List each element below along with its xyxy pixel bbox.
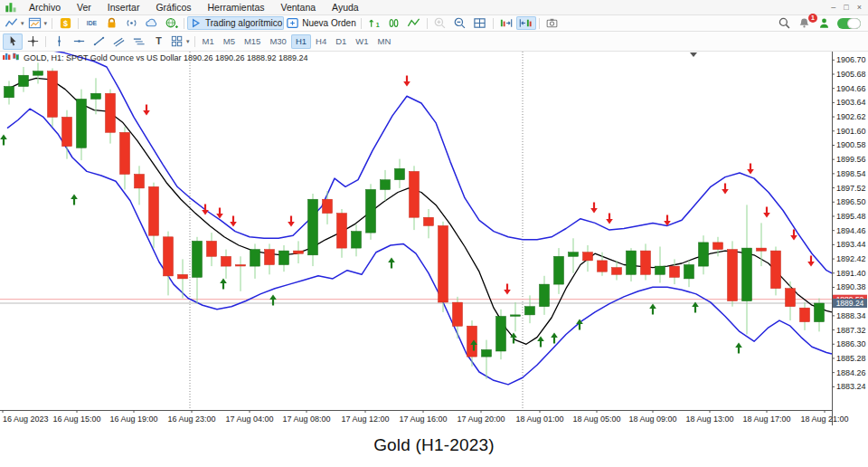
- candle-body: [656, 266, 665, 274]
- auto-scroll-button[interactable]: [516, 16, 536, 30]
- chart-type-button[interactable]: ▾: [3, 16, 26, 30]
- tile-windows-button[interactable]: [470, 16, 490, 30]
- menu-ayuda[interactable]: Ayuda: [324, 1, 367, 14]
- timeframe-h1[interactable]: H1: [291, 34, 311, 49]
- zoom-in-button[interactable]: [430, 16, 450, 30]
- candle-body: [366, 189, 376, 233]
- window-chart-icon: [28, 16, 42, 30]
- price-tick-label: 1883.24: [836, 382, 866, 391]
- chevron-down-icon[interactable]: ▾: [21, 20, 24, 27]
- candle-body: [713, 243, 723, 250]
- timeframe-h4[interactable]: H4: [311, 34, 331, 49]
- menu-insertar[interactable]: Insertar: [99, 1, 148, 14]
- price-tick-label: 1901.60: [836, 127, 866, 136]
- grid-icon: [473, 16, 486, 30]
- channel-tool[interactable]: [108, 33, 128, 50]
- timeframe-d1[interactable]: D1: [331, 34, 351, 49]
- algo-trading-button[interactable]: Trading algorítmico: [187, 16, 284, 30]
- chevron-down-icon[interactable]: ▾: [186, 38, 190, 45]
- timeframe-mn[interactable]: MN: [373, 34, 396, 49]
- candle-body: [222, 256, 231, 266]
- candle-body: [815, 303, 825, 322]
- price-tick-label: 1899.56: [836, 155, 866, 164]
- text-tool[interactable]: T: [148, 33, 168, 50]
- candle-body: [33, 71, 43, 76]
- candle-body: [5, 87, 14, 98]
- ide-button[interactable]: IDE: [81, 16, 101, 30]
- step-bar-button[interactable]: 1: [364, 16, 384, 30]
- toolbar-separator: [45, 36, 46, 47]
- menu-gráficos[interactable]: Gráficos: [147, 1, 199, 14]
- shapes-tool[interactable]: ▾: [168, 33, 192, 50]
- price-tick-label: 1898.54: [836, 169, 866, 178]
- crosshair-tool[interactable]: [23, 33, 42, 50]
- candle-body: [641, 251, 651, 274]
- trendline-tool[interactable]: [89, 33, 108, 50]
- minimize-button[interactable]: –: [831, 3, 835, 12]
- zoom-out-button[interactable]: [450, 16, 470, 30]
- candle-body: [19, 75, 29, 86]
- notifications-button[interactable]: 1: [794, 16, 814, 30]
- tick-pause-button[interactable]: [384, 16, 404, 30]
- horizontal-line-tool[interactable]: [69, 33, 89, 50]
- timeframe-m1[interactable]: M1: [198, 34, 219, 49]
- trendline-icon: [92, 34, 106, 48]
- symbol-button[interactable]: $: [55, 16, 75, 30]
- vertical-line-tool[interactable]: [49, 33, 69, 50]
- timeframe-m15[interactable]: M15: [240, 34, 265, 49]
- time-tick-label: 18 Aug 13:00: [685, 415, 733, 424]
- candles-chart-icon[interactable]: [14, 53, 16, 59]
- candle-body: [496, 317, 506, 352]
- candle-body: [583, 253, 593, 261]
- price-tick-label: 1902.62: [836, 112, 866, 121]
- tools-toolbar: T▾M1M5M15M30H1H4D1W1MN: [0, 32, 868, 52]
- candle-body: [786, 289, 796, 307]
- bars-chart-icon[interactable]: [3, 55, 5, 60]
- candle-body: [511, 315, 521, 317]
- close-button[interactable]: ×: [857, 3, 862, 12]
- time-tick-label: 16 Aug 2023: [3, 415, 49, 424]
- candle-body: [193, 241, 203, 277]
- menu-herramientas[interactable]: Herramientas: [199, 1, 272, 14]
- candle-body: [453, 302, 463, 326]
- signal-button[interactable]: [121, 16, 141, 30]
- restore-button[interactable]: □: [844, 3, 848, 12]
- signal-icon: [125, 16, 138, 30]
- candle-body: [395, 168, 405, 179]
- time-tick-label: 18 Aug 05:00: [572, 415, 620, 424]
- zigzag-button[interactable]: [404, 16, 424, 30]
- price-tick-label: 1904.66: [836, 84, 866, 93]
- lock-button[interactable]: [101, 16, 121, 30]
- svg-text:$: $: [63, 19, 68, 28]
- timeframe-m30[interactable]: M30: [265, 34, 290, 49]
- menu-archivo[interactable]: Archivo: [21, 1, 69, 14]
- timeframe-w1[interactable]: W1: [351, 34, 373, 49]
- search-button[interactable]: [774, 16, 794, 30]
- candle-body: [540, 284, 550, 307]
- cursor-tool[interactable]: [3, 33, 23, 50]
- menu-ver[interactable]: Ver: [69, 1, 99, 14]
- connection-toggle[interactable]: [834, 16, 868, 30]
- candle-body: [149, 186, 159, 235]
- screenshot-button[interactable]: [542, 16, 562, 30]
- candle-body: [178, 274, 188, 279]
- figure-caption: Gold (H1-2023): [0, 424, 868, 467]
- connection-toggle-switch[interactable]: [837, 18, 861, 29]
- candle-body: [106, 93, 116, 132]
- candle-body: [525, 307, 535, 315]
- cloud-button[interactable]: [141, 16, 161, 30]
- price-chart[interactable]: 1906.701905.681904.661903.641902.621901.…: [0, 52, 868, 425]
- last-price-tag-label: 1889.24: [836, 299, 864, 308]
- equidistant-channel-tool[interactable]: [128, 33, 148, 50]
- new-order-button[interactable]: Nueva Orden: [284, 16, 357, 30]
- chart-area[interactable]: 1906.701905.681904.661903.641902.621901.…: [0, 52, 868, 425]
- chart-profile-button[interactable]: ▾: [26, 16, 50, 30]
- community-user-button[interactable]: [814, 16, 834, 30]
- chevron-down-icon[interactable]: ▾: [44, 20, 48, 27]
- person-icon: [817, 16, 831, 30]
- shift-right-icon: [499, 16, 513, 30]
- timeframe-m5[interactable]: M5: [219, 34, 240, 49]
- shift-chart-button[interactable]: [496, 16, 516, 30]
- menu-ventana[interactable]: Ventana: [273, 1, 325, 14]
- community-button[interactable]: [161, 16, 181, 30]
